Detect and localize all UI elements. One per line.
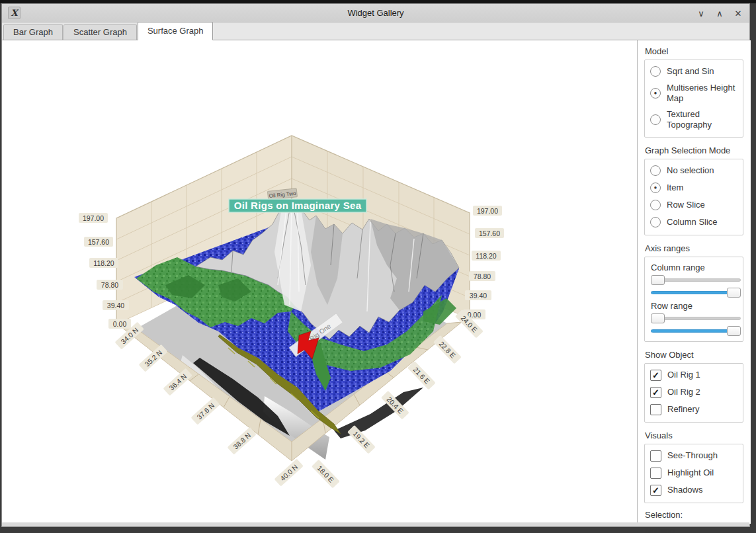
- radio-icon: [650, 114, 661, 125]
- maximize-button[interactable]: ∧: [715, 9, 724, 19]
- checkbox-label: Refinery: [667, 404, 699, 415]
- selection-label: Selection:: [645, 510, 751, 520]
- titlebar[interactable]: X Widget Gallery ∨ ∧ ✕: [2, 4, 749, 22]
- checkbox-see-through[interactable]: See-Through: [650, 447, 739, 464]
- tab-surface-graph[interactable]: Surface Graph: [138, 22, 214, 40]
- checkbox-icon: [650, 468, 661, 479]
- radio-label: Row Slice: [667, 200, 705, 210]
- radio-multiseries-height-map[interactable]: ● Multiseries Height Map: [650, 80, 739, 106]
- checkbox-oil-rig-2[interactable]: ✓ Oil Rig 2: [650, 384, 739, 401]
- radio-row-slice[interactable]: Row Slice: [650, 196, 739, 214]
- column-range-max-slider[interactable]: [651, 286, 741, 298]
- checkmark-icon: ✓: [652, 486, 659, 495]
- column-range-label: Column range: [651, 263, 739, 272]
- checkbox-refinery[interactable]: Refinery: [650, 401, 739, 418]
- axis-tick-label: 157.60: [88, 238, 109, 246]
- radio-icon: ●: [650, 88, 661, 99]
- checkbox-label: See-Through: [667, 450, 718, 461]
- visuals-groupbox: See-Through Highlight Oil ✓ Shadows: [644, 444, 743, 503]
- checkmark-icon: ✓: [652, 388, 659, 397]
- surface-graph-view[interactable]: Oil Rig Two Oil Rigs on Imaginary Sea Oi…: [2, 40, 637, 524]
- tab-bar: Bar Graph Scatter Graph Surface Graph: [2, 22, 749, 40]
- axis-tick-label: 197.00: [477, 207, 498, 215]
- radio-sqrt-and-sin[interactable]: Sqrt and Sin: [650, 63, 739, 80]
- radio-icon: [650, 66, 661, 77]
- control-panel: Model Sqrt and Sin ● Multiseries Height …: [637, 40, 751, 524]
- radio-icon: [650, 165, 661, 176]
- chart-title-label: Oil Rigs on Imaginary Sea: [229, 199, 366, 212]
- radio-label: Column Slice: [667, 217, 718, 227]
- radio-icon: ●: [650, 183, 661, 193]
- radio-dot: ●: [654, 91, 657, 96]
- close-button[interactable]: ✕: [734, 9, 743, 19]
- radio-label: Textured Topography: [667, 109, 739, 130]
- visuals-section-label: Visuals: [645, 430, 751, 440]
- axis-ranges-section-label: Axis ranges: [645, 243, 751, 253]
- selection-mode-section-label: Graph Selection Mode: [645, 145, 751, 155]
- axis-tick-label: 157.60: [479, 229, 500, 237]
- axis-tick-label: 118.20: [476, 252, 496, 260]
- radio-dot: ●: [654, 185, 657, 190]
- radio-icon: [650, 217, 661, 227]
- app-icon-glyph: X: [11, 8, 17, 18]
- radio-icon: [650, 200, 661, 210]
- slider-handle[interactable]: [727, 326, 741, 336]
- radio-no-selection[interactable]: No selection: [650, 162, 739, 179]
- checkbox-icon: ✓: [650, 370, 661, 381]
- axis-tick-label: 197.00: [83, 214, 104, 222]
- checkbox-label: Shadows: [667, 485, 702, 495]
- axis-tick-label: 0.00: [113, 320, 127, 328]
- window-frame-bottom: [2, 522, 749, 526]
- radio-label: Multiseries Height Map: [667, 83, 739, 104]
- axis-ranges-groupbox: Column range Row range: [644, 257, 743, 342]
- selection-value: Nothing: [645, 526, 751, 533]
- radio-label: Sqrt and Sin: [667, 66, 714, 77]
- row-range-label: Row range: [651, 301, 739, 311]
- radio-item[interactable]: ● Item: [650, 179, 739, 196]
- model-section-label: Model: [645, 46, 751, 56]
- axis-tick-label: 39.40: [107, 302, 124, 309]
- radio-label: Item: [667, 183, 683, 193]
- checkbox-icon: ✓: [650, 387, 661, 398]
- checkbox-highlight-oil[interactable]: Highlight Oil: [650, 464, 739, 481]
- svg-text:Oil Rigs on Imaginary Sea: Oil Rigs on Imaginary Sea: [234, 200, 362, 211]
- radio-label: No selection: [667, 165, 714, 176]
- axis-tick-label: 78.80: [474, 272, 491, 280]
- radio-textured-topography[interactable]: Textured Topography: [650, 106, 739, 133]
- checkbox-label: Oil Rig 1: [667, 370, 700, 380]
- column-range-min-slider[interactable]: [651, 274, 741, 286]
- checkbox-icon: [650, 450, 661, 462]
- show-object-section-label: Show Object: [645, 350, 751, 360]
- app-icon: X: [8, 7, 21, 19]
- window-controls: ∨ ∧ ✕: [696, 4, 743, 22]
- checkbox-shadows[interactable]: ✓ Shadows: [650, 481, 739, 499]
- model-groupbox: Sqrt and Sin ● Multiseries Height Map Te…: [644, 60, 743, 138]
- row-range-max-slider[interactable]: [651, 325, 741, 337]
- tab-bar-graph[interactable]: Bar Graph: [3, 24, 63, 40]
- slider-handle[interactable]: [727, 288, 741, 298]
- checkbox-label: Oil Rig 2: [667, 387, 700, 397]
- checkmark-icon: ✓: [652, 371, 659, 380]
- radio-column-slice[interactable]: Column Slice: [650, 214, 739, 231]
- minimize-button[interactable]: ∨: [696, 9, 706, 19]
- axis-tick-label: 118.20: [93, 259, 114, 267]
- tab-scatter-graph[interactable]: Scatter Graph: [63, 24, 137, 40]
- selection-mode-groupbox: No selection ● Item Row Slice Column Sli…: [644, 159, 743, 235]
- window-title: Widget Gallery: [2, 8, 749, 18]
- axis-tick-label: 39.40: [470, 292, 487, 300]
- checkbox-oil-rig-1[interactable]: ✓ Oil Rig 1: [650, 366, 739, 384]
- checkbox-icon: ✓: [650, 485, 661, 496]
- row-range-min-slider[interactable]: [651, 312, 741, 324]
- checkbox-icon: [650, 404, 661, 415]
- show-object-groupbox: ✓ Oil Rig 1 ✓ Oil Rig 2 Refinery: [644, 363, 743, 423]
- app-window: X Widget Gallery ∨ ∧ ✕ Bar Graph Scatter…: [1, 3, 750, 527]
- slider-handle[interactable]: [651, 313, 665, 323]
- checkbox-label: Highlight Oil: [667, 468, 714, 478]
- axis-tick-label: 78.80: [101, 281, 118, 289]
- surface-graph-page: Oil Rig Two Oil Rigs on Imaginary Sea Oi…: [2, 40, 749, 524]
- surface-graph-canvas[interactable]: Oil Rig Two Oil Rigs on Imaginary Sea Oi…: [2, 40, 637, 524]
- slider-handle[interactable]: [651, 275, 665, 285]
